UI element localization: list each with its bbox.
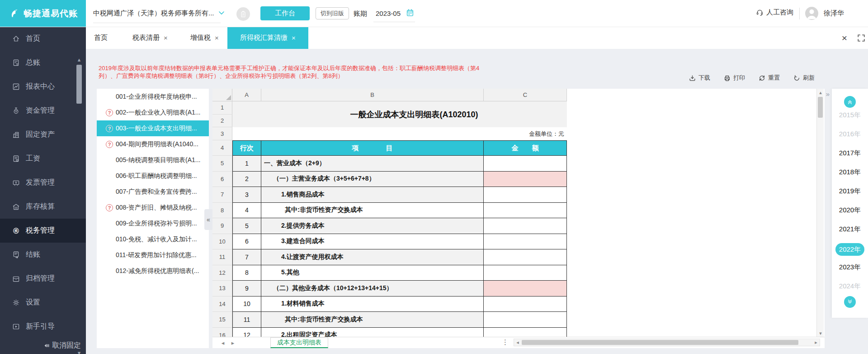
sheet-title[interactable]: 一般企业成本支出明细表(A102010) bbox=[261, 101, 567, 127]
form-list-item-selected[interactable]: ?003-一般企业成本支出明细... bbox=[97, 120, 209, 136]
row-header[interactable]: 9 bbox=[212, 218, 232, 234]
header-item[interactable]: 项 目 bbox=[261, 140, 484, 156]
item-cell[interactable]: 其中:非货币性资产交换成本 bbox=[261, 203, 484, 219]
tab-income-tax-settlement[interactable]: 所得税汇算清缴 × bbox=[227, 27, 308, 49]
amount-cell[interactable] bbox=[484, 203, 567, 219]
sidebar-item-report-center[interactable]: 报表中心 bbox=[0, 75, 86, 99]
tab-home[interactable]: 首页 bbox=[94, 27, 108, 49]
column-header-a[interactable]: A bbox=[232, 89, 261, 101]
line-no-cell[interactable]: 7 bbox=[232, 249, 261, 265]
sidebar-item-general-ledger[interactable]: 总账 bbox=[0, 51, 86, 75]
amount-cell[interactable] bbox=[484, 265, 567, 281]
scroll-down-icon[interactable]: ▾ bbox=[817, 330, 824, 337]
form-list-item[interactable]: 009-企业所得税弥补亏损明... bbox=[97, 215, 209, 231]
form-list-item[interactable]: ?004-期间费用明细表(A1040... bbox=[97, 136, 209, 152]
row-header[interactable]: 1 bbox=[212, 101, 232, 115]
row-header[interactable]: 10 bbox=[212, 234, 232, 250]
header-amount[interactable]: 金 额 bbox=[484, 140, 567, 156]
year-item[interactable]: 2023年 bbox=[832, 263, 868, 272]
horizontal-scrollbar-thumb[interactable] bbox=[522, 340, 798, 345]
expand-panel-icon[interactable]: » bbox=[824, 89, 832, 99]
cell[interactable] bbox=[232, 127, 261, 140]
avatar[interactable] bbox=[805, 7, 818, 20]
form-list-item[interactable]: 006-职工薪酬纳税调整明细... bbox=[97, 168, 209, 184]
form-list-item[interactable]: 012-减免所得税优惠明细表(... bbox=[97, 263, 209, 279]
vertical-scrollbar[interactable]: ▴ ▾ bbox=[816, 89, 824, 337]
tab-vat[interactable]: 增值税 × bbox=[190, 27, 219, 49]
item-cell[interactable]: 2.出租固定资产成本 bbox=[261, 328, 484, 337]
column-header-b[interactable]: B bbox=[261, 89, 484, 101]
form-list-item[interactable]: ?008-资产折旧、摊销及纳税... bbox=[97, 200, 209, 215]
username[interactable]: 徐泽华 bbox=[824, 9, 844, 18]
item-cell[interactable]: 3.建造合同成本 bbox=[261, 234, 484, 250]
title-cell-a[interactable] bbox=[232, 101, 261, 127]
sidebar-item-salary[interactable]: 工资 bbox=[0, 147, 86, 171]
close-icon[interactable]: × bbox=[839, 32, 850, 44]
row-header[interactable]: 2 bbox=[212, 115, 232, 128]
item-cell[interactable]: 一、营业成本（2+9） bbox=[261, 156, 484, 172]
year-item[interactable]: 2020年 bbox=[832, 206, 868, 215]
unpin-sidebar-button[interactable]: 取消固定 bbox=[43, 341, 81, 350]
year-item[interactable]: 2015年 bbox=[832, 110, 868, 120]
row-header[interactable]: 8 bbox=[212, 203, 232, 219]
cell[interactable] bbox=[261, 127, 484, 140]
row-header[interactable]: 14 bbox=[212, 297, 232, 312]
sidebar-item-home[interactable]: 首页 bbox=[0, 27, 86, 51]
row-header[interactable]: 5 bbox=[212, 156, 232, 172]
sidebar-item-archive[interactable]: 归档管理 bbox=[0, 267, 86, 291]
form-list-item[interactable]: ?002-一般企业收入明细表(A1... bbox=[97, 105, 209, 120]
row-header[interactable]: 4 bbox=[212, 140, 232, 156]
sidebar-item-settings[interactable]: 设置 bbox=[0, 291, 86, 315]
year-item[interactable]: 2016年 bbox=[832, 129, 868, 139]
line-no-cell[interactable]: 1 bbox=[232, 156, 261, 172]
amount-cell[interactable] bbox=[484, 249, 567, 265]
collapse-panel-icon[interactable]: « bbox=[204, 209, 212, 230]
amount-cell-highlighted[interactable] bbox=[484, 172, 567, 187]
unit-note[interactable]: 金额单位：元 bbox=[484, 127, 567, 140]
sidebar-item-guide[interactable]: 新手引导 bbox=[0, 315, 86, 339]
item-cell[interactable]: 4.让渡资产使用权成本 bbox=[261, 249, 484, 265]
tab-tax-form-register[interactable]: 税表清册 × bbox=[132, 27, 168, 49]
line-no-cell[interactable]: 8 bbox=[232, 265, 261, 281]
row-header[interactable]: 12 bbox=[212, 265, 232, 281]
next-sheet-icon[interactable]: ▸ bbox=[228, 340, 238, 346]
item-cell[interactable]: （二）其他业务成本（10+12+13+14+15） bbox=[261, 281, 484, 297]
row-header[interactable]: 16 bbox=[212, 328, 232, 337]
period-value[interactable]: 2023-05 bbox=[376, 10, 401, 17]
header-line-no[interactable]: 行次 bbox=[232, 140, 261, 156]
row-header[interactable]: 7 bbox=[212, 187, 232, 203]
amount-cell[interactable] bbox=[484, 218, 567, 234]
support-button[interactable]: 人工咨询 bbox=[756, 8, 793, 17]
row-header[interactable]: 15 bbox=[212, 312, 232, 328]
amount-cell[interactable] bbox=[484, 297, 567, 312]
sheet-tab[interactable]: 成本支出明细表 bbox=[270, 337, 328, 348]
tab-close-icon[interactable]: × bbox=[215, 34, 219, 42]
row-header[interactable]: 6 bbox=[212, 172, 232, 187]
year-item[interactable]: 2017年 bbox=[832, 148, 868, 158]
horizontal-scrollbar[interactable]: ◂ ▸ bbox=[514, 339, 820, 346]
tab-close-icon[interactable]: × bbox=[164, 34, 168, 42]
line-no-cell[interactable]: 9 bbox=[232, 281, 261, 297]
years-scroll-up-button[interactable] bbox=[844, 96, 856, 108]
row-header[interactable]: 13 bbox=[212, 281, 232, 297]
year-item[interactable]: 2024年 bbox=[832, 282, 868, 291]
reset-button[interactable]: 重置 bbox=[759, 74, 780, 82]
sidebar-item-invoice[interactable]: 发票管理 bbox=[0, 171, 86, 195]
form-list-item[interactable]: 001-企业所得税年度纳税申... bbox=[97, 89, 209, 105]
switch-old-version-button[interactable]: 切到旧版 bbox=[316, 7, 349, 19]
workbench-button[interactable]: 工作台 bbox=[260, 6, 310, 20]
vertical-scrollbar-thumb[interactable] bbox=[818, 97, 823, 118]
item-cell[interactable]: 其中:非货币性资产交换成本 bbox=[261, 312, 484, 328]
year-item[interactable]: 2021年 bbox=[832, 225, 868, 234]
item-cell[interactable]: 2.提供劳务成本 bbox=[261, 218, 484, 234]
line-no-cell[interactable]: 6 bbox=[232, 234, 261, 250]
sidebar-item-tax[interactable]: 税 税务管理 bbox=[0, 219, 86, 243]
item-cell[interactable]: 1.材料销售成本 bbox=[261, 297, 484, 312]
sidebar-item-closing[interactable]: 结账 bbox=[0, 243, 86, 267]
refresh-button[interactable]: 刷新 bbox=[793, 74, 815, 82]
row-header[interactable]: 3 bbox=[212, 127, 232, 140]
prev-sheet-icon[interactable]: ◂ bbox=[218, 340, 228, 346]
amount-cell[interactable] bbox=[484, 187, 567, 203]
scroll-left-icon[interactable]: ◂ bbox=[514, 339, 521, 346]
amount-cell[interactable] bbox=[484, 234, 567, 250]
